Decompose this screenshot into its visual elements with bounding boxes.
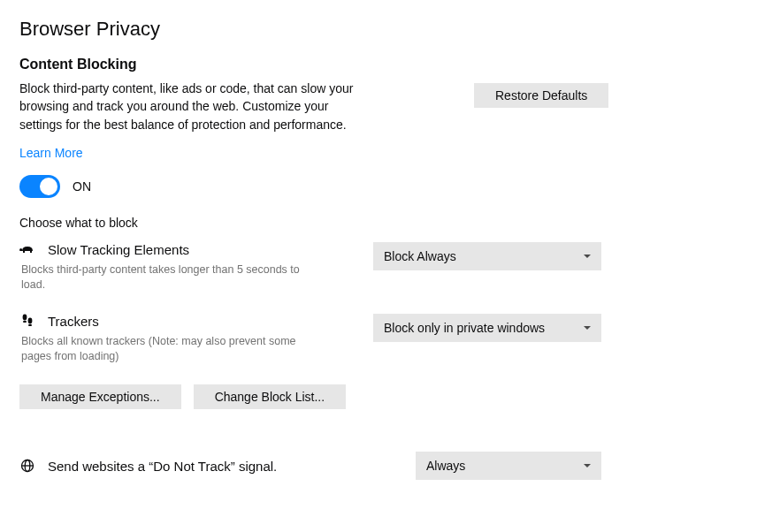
toggle-knob — [40, 178, 57, 195]
chevron-down-icon — [584, 464, 591, 467]
content-blocking-toggle[interactable] — [19, 175, 60, 198]
svg-rect-3 — [28, 324, 32, 326]
svg-point-2 — [28, 318, 33, 324]
trackers-select[interactable]: Block only in private windows — [373, 314, 601, 342]
slow-tracking-select[interactable]: Block Always — [373, 242, 601, 270]
content-blocking-description: Block third-party content, like ads or c… — [19, 80, 359, 133]
footprints-icon — [19, 314, 35, 328]
slow-tracking-select-value: Block Always — [384, 249, 456, 263]
trackers-select-value: Block only in private windows — [384, 321, 545, 335]
svg-rect-1 — [23, 321, 27, 323]
trackers-label: Trackers — [48, 314, 99, 329]
chevron-down-icon — [584, 326, 591, 330]
manage-exceptions-button[interactable]: Manage Exceptions... — [19, 384, 181, 409]
dnt-select[interactable]: Always — [416, 452, 601, 480]
toggle-state-label: ON — [73, 179, 91, 194]
slow-tracking-sublabel: Blocks third-party content takes longer … — [21, 262, 322, 293]
trackers-sublabel: Blocks all known trackers (Note: may als… — [21, 334, 322, 364]
chevron-down-icon — [584, 255, 591, 258]
restore-defaults-button[interactable]: Restore Defaults — [474, 83, 608, 108]
dnt-select-value: Always — [426, 459, 465, 473]
page-title: Browser Privacy — [19, 18, 738, 41]
slow-tracking-label: Slow Tracking Elements — [48, 242, 189, 257]
globe-icon — [19, 459, 35, 473]
svg-point-0 — [23, 315, 27, 321]
change-block-list-button[interactable]: Change Block List... — [194, 384, 347, 409]
choose-what-to-block-label: Choose what to block — [19, 216, 738, 230]
learn-more-link[interactable]: Learn More — [19, 146, 83, 160]
dnt-label: Send websites a “Do Not Track” signal. — [48, 459, 277, 474]
content-blocking-heading: Content Blocking — [19, 57, 738, 72]
turtle-icon — [19, 244, 35, 255]
